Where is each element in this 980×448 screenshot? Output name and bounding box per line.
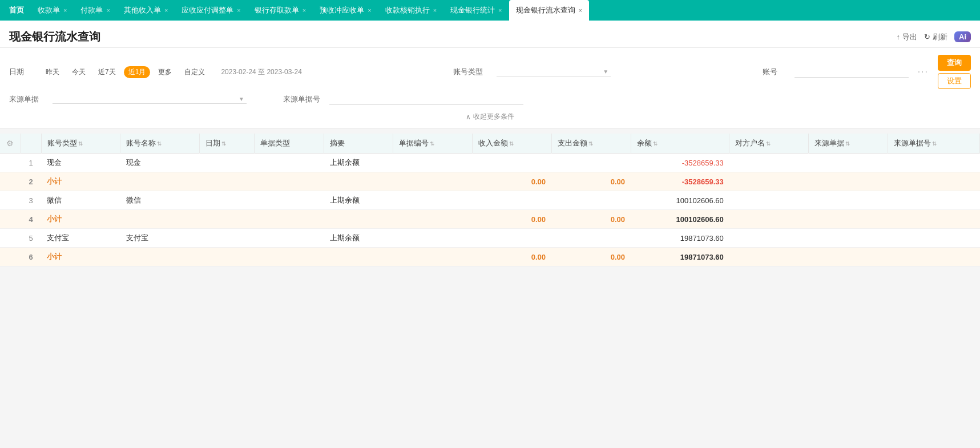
source-doc-no-input[interactable] — [329, 94, 523, 105]
nav-tab-现金银行统计[interactable]: 现金银行统计× — [443, 0, 509, 21]
cell-expense: 0.00 — [551, 172, 631, 191]
cell-source_doc_no — [888, 229, 980, 248]
page-title: 现金银行流水查询 — [9, 29, 100, 45]
tab-close-icon[interactable]: × — [106, 7, 110, 14]
col-header-expense[interactable]: 支出金额⇅ — [551, 134, 631, 154]
cell-account_type: 小计 — [41, 172, 120, 191]
settings-button[interactable]: 设置 — [938, 73, 971, 89]
cell-source_doc — [809, 210, 888, 229]
cell-account_name — [120, 172, 200, 191]
row-index: 4 — [21, 210, 41, 229]
date-option-今天[interactable]: 今天 — [67, 66, 90, 78]
collapse-conditions-button[interactable]: ∧ 收起更多条件 — [9, 110, 971, 122]
table-row: 1现金现金上期余额-3528659.33 — [0, 154, 980, 172]
source-doc-no-label: 来源单据号 — [283, 94, 320, 104]
cell-counterparty — [729, 210, 809, 229]
source-doc-select[interactable]: ▼ — [53, 95, 247, 104]
cell-summary — [324, 172, 393, 191]
cell-account_type: 小计 — [41, 210, 120, 229]
cell-expense — [551, 229, 631, 248]
sort-icon: ⇅ — [157, 140, 162, 147]
date-option-更多[interactable]: 更多 — [154, 66, 176, 78]
col-header-counterparty[interactable]: 对方户名⇅ — [729, 134, 809, 154]
col-header-source_doc[interactable]: 来源单据⇅ — [809, 134, 888, 154]
tab-close-icon[interactable]: × — [579, 7, 582, 14]
table-row: 6小计0.000.0019871073.60 — [0, 248, 980, 267]
row-action-cell — [0, 229, 21, 248]
col-header-account_name[interactable]: 账号名称⇅ — [120, 134, 200, 154]
nav-tab-付款单[interactable]: 付款单× — [74, 0, 116, 21]
row-action-cell — [0, 154, 21, 172]
tab-close-icon[interactable]: × — [303, 7, 306, 14]
cell-counterparty — [729, 248, 809, 267]
tab-close-icon[interactable]: × — [63, 7, 67, 14]
nav-tab-预收冲应收单[interactable]: 预收冲应收单× — [313, 0, 378, 21]
tab-close-icon[interactable]: × — [498, 7, 502, 14]
export-button[interactable]: ↑ 导出 — [897, 32, 918, 42]
nav-tab-应收应付调整单[interactable]: 应收应付调整单× — [175, 0, 247, 21]
nav-tab-收款核销执行[interactable]: 收款核销执行× — [378, 0, 443, 21]
col-header-account_type[interactable]: 账号类型⇅ — [41, 134, 120, 154]
tab-close-icon[interactable]: × — [368, 7, 371, 14]
chevron-down-icon-2: ▼ — [239, 96, 244, 102]
tab-close-icon[interactable]: × — [433, 7, 437, 14]
cell-counterparty — [729, 172, 809, 191]
cell-source_doc — [809, 191, 888, 210]
date-range: 2023-02-24 至 2023-03-24 — [221, 67, 301, 77]
table-row: 3微信微信上期余额100102606.60 — [0, 191, 980, 210]
date-option-近7天[interactable]: 近7天 — [94, 66, 120, 78]
cell-summary — [324, 248, 393, 267]
tab-close-icon[interactable]: × — [237, 7, 240, 14]
row-action-cell — [0, 248, 21, 267]
cell-date — [200, 248, 254, 267]
cell-doc_no — [393, 229, 472, 248]
account-type-label: 账号类型 — [453, 67, 487, 77]
date-option-近1月[interactable]: 近1月 — [124, 66, 151, 78]
more-options-button[interactable]: ··· — [918, 67, 929, 77]
cell-counterparty — [729, 191, 809, 210]
cell-source_doc — [809, 154, 888, 172]
ai-button[interactable]: Ai — [954, 31, 971, 42]
cell-doc_no — [393, 172, 472, 191]
sort-icon: ⇅ — [653, 140, 658, 147]
cell-doc_type — [254, 154, 324, 172]
tab-close-icon[interactable]: × — [164, 7, 168, 14]
cell-account_name: 支付宝 — [120, 229, 200, 248]
sort-icon: ⇅ — [78, 140, 83, 147]
nav-tab-其他收入单[interactable]: 其他收入单× — [117, 0, 175, 21]
row-action-cell — [0, 191, 21, 210]
cell-expense — [551, 191, 631, 210]
date-option-昨天[interactable]: 昨天 — [41, 66, 64, 78]
col-header-date[interactable]: 日期⇅ — [200, 134, 254, 154]
col-header-source_doc_no[interactable]: 来源单据号⇅ — [888, 134, 980, 154]
cell-balance: 100102606.60 — [631, 210, 729, 229]
refresh-button[interactable]: ↻ 刷新 — [924, 32, 947, 42]
nav-home[interactable]: 首页 — [2, 0, 31, 21]
sort-icon: ⇅ — [845, 140, 850, 147]
nav-tab-收款单[interactable]: 收款单× — [31, 0, 74, 21]
sort-icon: ⇅ — [766, 140, 771, 147]
nav-tab-现金银行流水查询[interactable]: 现金银行流水查询× — [509, 0, 589, 21]
cell-doc_type — [254, 229, 324, 248]
nav-tab-银行存取款单[interactable]: 银行存取款单× — [248, 0, 313, 21]
col-header-balance[interactable]: 余额⇅ — [631, 134, 729, 154]
date-option-自定义[interactable]: 自定义 — [180, 66, 209, 78]
cell-doc_type — [254, 248, 324, 267]
cell-expense: 0.00 — [551, 248, 631, 267]
account-input[interactable] — [795, 66, 909, 78]
column-settings-icon[interactable]: ⚙ — [6, 139, 14, 148]
row-index: 2 — [21, 172, 41, 191]
date-label: 日期 — [9, 67, 32, 77]
cell-doc_type — [254, 172, 324, 191]
col-header-income[interactable]: 收入金额⇅ — [472, 134, 551, 154]
table-row: 5支付宝支付宝上期余额19871073.60 — [0, 229, 980, 248]
col-header-doc_no[interactable]: 单据编号⇅ — [393, 134, 472, 154]
table-row: 4小计0.000.00100102606.60 — [0, 210, 980, 229]
query-button[interactable]: 查询 — [938, 55, 971, 71]
filter-row-2: 来源单据 ▼ 来源单据号 — [9, 94, 971, 105]
header-actions: ↑ 导出 ↻ 刷新 Ai — [897, 31, 971, 42]
account-type-select[interactable]: ▼ — [497, 67, 611, 76]
cell-account_name: 现金 — [120, 154, 200, 172]
cell-balance: 19871073.60 — [631, 248, 729, 267]
cell-summary: 上期余额 — [324, 191, 393, 210]
